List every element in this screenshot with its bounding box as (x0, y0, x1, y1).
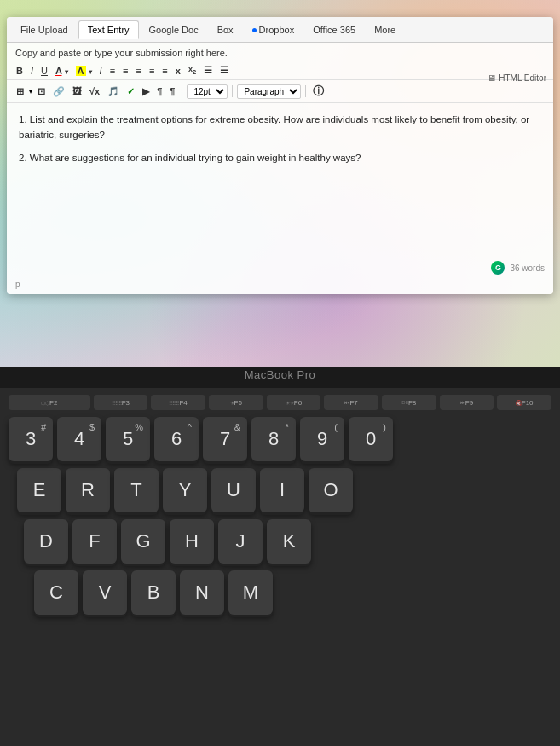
key-r[interactable]: R (66, 468, 110, 512)
play-button[interactable]: ▶ (140, 85, 152, 98)
bold-button[interactable]: B (14, 65, 26, 77)
tab-google-doc[interactable]: Google Doc (141, 21, 207, 38)
underline-button[interactable]: U (38, 65, 50, 77)
key-9-main: 9 (317, 430, 327, 448)
list-button[interactable]: ☰ (201, 64, 215, 77)
html-editor-icon: 🖥 (488, 73, 496, 83)
tab-more[interactable]: More (366, 21, 404, 38)
key-h[interactable]: H (170, 519, 214, 564)
key-y[interactable]: Y (163, 468, 207, 512)
cvbn-row: C V B N M (0, 567, 560, 618)
font-color-a: A (55, 66, 62, 76)
key-t[interactable]: T (114, 468, 159, 512)
key-8[interactable]: * 8 (251, 417, 296, 461)
clear-format-button[interactable]: I (97, 65, 105, 77)
key-0-main: 0 (366, 430, 376, 448)
para-mark-button[interactable]: ¶ (154, 85, 165, 97)
align-center-button[interactable]: ≡ (120, 65, 130, 77)
italic-button[interactable]: I (28, 65, 36, 77)
embed-button[interactable]: ⊡ (35, 85, 48, 98)
key-8-sym: * (286, 422, 289, 432)
tab-text-entry[interactable]: Text Entry (78, 20, 139, 39)
toolbar-separator3 (305, 85, 306, 97)
subscript-button[interactable]: x2 (186, 64, 199, 77)
key-u[interactable]: U (211, 468, 256, 512)
fn-key-f8[interactable]: DII F8 (382, 395, 436, 410)
key-m[interactable]: M (228, 570, 273, 615)
key-j[interactable]: J (218, 519, 263, 564)
audio-button[interactable]: 🎵 (105, 85, 122, 98)
tab-dropbox[interactable]: Dropbox (244, 21, 303, 38)
key-i[interactable]: I (260, 468, 304, 512)
toolbar-row1: B I U A ▾ A ▾ I ≡ ≡ ≡ ≡ ≡ x x2 ☰ ☰ (7, 61, 553, 80)
strikethrough-button[interactable]: x (173, 65, 183, 77)
para-mark2-button[interactable]: ¶ (167, 85, 177, 97)
html-editor-button[interactable]: 🖥 HTML Editor (488, 73, 546, 83)
key-5[interactable]: % 5 (106, 417, 150, 461)
key-d[interactable]: D (24, 519, 68, 564)
key-3[interactable]: # 3 (9, 417, 53, 461)
p-tag: p (7, 278, 553, 294)
font-color-button[interactable]: A ▾ (53, 65, 71, 77)
tab-box[interactable]: Box (209, 21, 242, 38)
link-button[interactable]: 🔗 (50, 85, 67, 98)
question-1: 1. List and explain the treatment option… (19, 112, 541, 143)
key-0[interactable]: ) 0 (349, 417, 393, 461)
key-3-main: 3 (26, 430, 36, 448)
key-5-main: 5 (123, 430, 133, 448)
key-f[interactable]: F (72, 519, 117, 564)
key-8-main: 8 (268, 430, 279, 448)
text-content-area[interactable]: 1. List and explain the treatment option… (7, 103, 553, 257)
key-v[interactable]: V (83, 570, 127, 615)
fn-key-f7[interactable]: ⏮ F7 (324, 395, 378, 410)
key-3-sym: # (41, 422, 46, 432)
tab-file-upload[interactable]: File Upload (12, 21, 77, 38)
fn-key-f3[interactable]: ⠿⠿⠿ F3 (94, 395, 148, 410)
key-b[interactable]: B (131, 570, 176, 615)
key-4-main: 4 (74, 430, 84, 448)
fn-key-f6[interactable]: ☀☀ F6 (267, 395, 321, 410)
key-e[interactable]: E (17, 468, 61, 512)
fn-key-f5[interactable]: ☀ F5 (209, 395, 263, 410)
dfgh-row: D F G H J K (0, 516, 560, 567)
indent-button[interactable]: ≡ (159, 65, 170, 77)
table-button[interactable]: ⊞ (14, 85, 26, 98)
word-count-text: 36 words (510, 263, 545, 273)
key-4[interactable]: $ 4 (57, 417, 101, 461)
key-o[interactable]: O (309, 468, 353, 512)
key-c[interactable]: C (34, 570, 78, 615)
justify-button[interactable]: ≡ (147, 65, 157, 77)
tab-office365[interactable]: Office 365 (304, 21, 364, 38)
tab-bar: File Upload Text Entry Google Doc Box Dr… (7, 17, 553, 43)
key-k[interactable]: K (267, 519, 311, 564)
instruction-text: Copy and paste or type your submission r… (7, 43, 553, 61)
key-9[interactable]: ( 9 (300, 417, 344, 461)
fn-key-f9[interactable]: ⏭ F9 (440, 395, 494, 410)
table-dropdown-icon: ▾ (29, 88, 32, 95)
fn-key-f4[interactable]: ⠿⠿⠿ F4 (151, 395, 205, 410)
key-9-sym: ( (334, 422, 338, 432)
key-0-sym: ) (383, 422, 386, 432)
accessibility-button[interactable]: ⓘ (310, 83, 326, 100)
ordered-list-button[interactable]: ☰ (217, 64, 231, 77)
highlight-color-button[interactable]: A ▾ (73, 65, 95, 77)
font-size-select[interactable]: 12pt (187, 84, 228, 99)
fn-key-f2[interactable]: ⬡⬡ F2 (9, 395, 90, 410)
dropbox-dot (252, 28, 257, 32)
paragraph-style-select[interactable]: Paragraph (237, 84, 301, 99)
macbook-label: MacBook Pro (245, 368, 316, 381)
align-left-button[interactable]: ≡ (107, 65, 118, 77)
key-5-sym: % (135, 422, 143, 432)
key-7[interactable]: & 7 (203, 417, 247, 461)
align-right-button[interactable]: ≡ (134, 65, 144, 77)
editor-panel: File Upload Text Entry Google Doc Box Dr… (7, 17, 553, 294)
key-6[interactable]: ^ 6 (154, 417, 199, 461)
check-button[interactable]: ✓ (124, 85, 137, 98)
formula-button[interactable]: √x (87, 85, 102, 97)
key-g[interactable]: G (121, 519, 165, 564)
grammarly-icon[interactable]: G (491, 261, 505, 275)
key-n[interactable]: N (180, 570, 224, 615)
num-row: # 3 $ 4 % 5 ^ 6 & 7 * 8 ( 9 ) 0 (0, 413, 560, 465)
image-button[interactable]: 🖼 (70, 85, 84, 97)
fn-key-f10[interactable]: 🔇 F10 (497, 395, 551, 410)
